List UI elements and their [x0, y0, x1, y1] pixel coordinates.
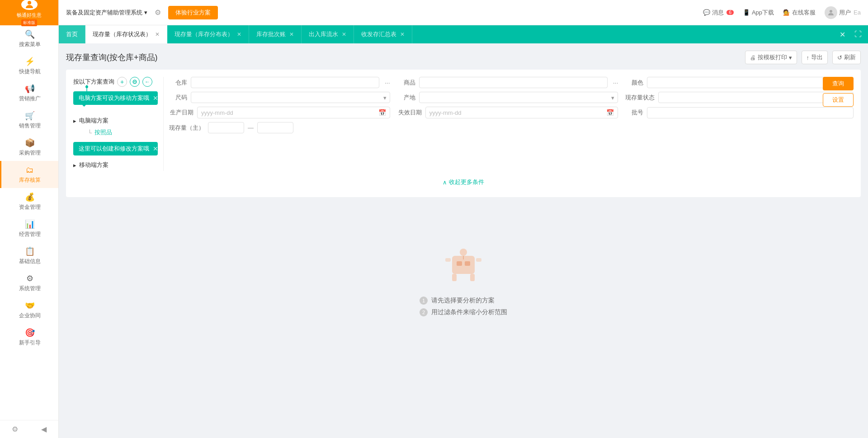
filter-cell-color: 颜色 ▾ — [625, 77, 854, 88]
refresh-button[interactable]: ↺ 刷新 — [832, 51, 861, 64]
system-icon: ⚙ — [26, 273, 33, 283]
expand-arrow-icon2: ▸ — [73, 162, 76, 169]
search-button[interactable]: 查询 — [823, 77, 854, 90]
calendar-icon: 📅 — [378, 109, 386, 116]
tab-fullscreen-icon[interactable]: ⛶ — [852, 29, 864, 39]
app-download-button[interactable]: 📱 App下载 — [743, 9, 774, 17]
scheme-item-mobile[interactable]: ▸ 移动端方案 — [73, 159, 158, 171]
collapse-sidebar-icon[interactable]: ◀ — [41, 425, 47, 433]
tab-label: 现存量（库存分布表） — [175, 30, 233, 38]
tab-batch-account[interactable]: 库存批次账 ✕ — [249, 25, 302, 43]
message-button[interactable]: 💬 消息 6 — [703, 9, 734, 17]
size-select[interactable] — [191, 92, 390, 103]
svg-rect-10 — [470, 274, 475, 281]
tab-home[interactable]: 首页 — [59, 25, 85, 43]
inventory-main-from[interactable] — [208, 122, 244, 133]
tab-close-icon[interactable]: ✕ — [400, 31, 405, 38]
warehouse-input[interactable] — [191, 77, 379, 88]
sidebar-label: 系统管理 — [19, 285, 41, 292]
expiry-date-picker[interactable]: yyyy-mm-dd 📅 — [425, 107, 618, 118]
online-service-button[interactable]: 💁 在线客服 — [783, 9, 816, 17]
edit-scheme-button[interactable] — [130, 77, 140, 87]
tab-close-icon[interactable]: ✕ — [289, 31, 294, 38]
tab-receive-summary[interactable]: 收发存汇总表 ✕ — [354, 25, 412, 43]
settings-icon[interactable]: ⚙ — [12, 425, 18, 433]
filter-row-4: 现存量（主） — — [169, 122, 854, 133]
sidebar-item-quick-nav[interactable]: ⚡ 快捷导航 — [0, 52, 58, 80]
sidebar-item-base-info[interactable]: 📋 基础信息 — [0, 242, 58, 269]
sidebar-item-guide[interactable]: 🎯 新手引导 — [0, 324, 58, 351]
collapse-icon: ∧ — [443, 179, 447, 186]
user-area[interactable]: 用户 Ea — [825, 6, 861, 19]
tab-inventory-status[interactable]: 现存量（库存状况表） ✕ — [85, 25, 167, 43]
filter-cell-batch: 批号 — [625, 107, 854, 118]
print-label: 按模板打印 — [758, 53, 787, 61]
system-title-select[interactable]: 装备及固定资产辅助管理系统 ▾ — [66, 9, 147, 17]
production-date-picker[interactable]: yyyy-mm-dd 📅 — [197, 107, 390, 118]
tab-label: 库存批次账 — [256, 30, 286, 38]
sidebar-item-search-menu[interactable]: 🔍 搜索菜单 — [0, 25, 58, 52]
quick-nav-icon: ⚡ — [25, 57, 35, 66]
tab-label: 出入库流水 — [309, 30, 338, 38]
production-date-label: 生产日期 — [169, 108, 193, 117]
sidebar-label: 营销推广 — [19, 95, 41, 103]
scheme-item-product[interactable]: └ 按照品 — [73, 127, 158, 138]
calendar-icon2: 📅 — [606, 109, 614, 116]
svg-point-5 — [85, 85, 88, 88]
scheme-tooltip-close[interactable]: ✕ — [153, 94, 158, 102]
tab-close-all-icon[interactable]: ✕ — [837, 29, 848, 40]
main-area: 装备及固定资产辅助管理系统 ▾ ⚙ 体验行业方案 💬 消息 6 📱 App下载 … — [59, 0, 868, 438]
sidebar-item-enterprise[interactable]: 🤝 企业协同 — [0, 297, 58, 324]
scheme-item-pc[interactable]: ▸ 电脑端方案 — [73, 115, 158, 127]
tab-inout-flow[interactable]: 出入库流水 ✕ — [302, 25, 354, 43]
edit-tooltip-close[interactable]: ✕ — [153, 145, 158, 152]
reset-button[interactable]: 设置 — [823, 93, 854, 107]
export-button[interactable]: ↑ 导出 — [802, 51, 828, 64]
sidebar-item-sales[interactable]: 🛒 销售管理 — [0, 107, 58, 134]
sidebar-item-marketing[interactable]: 📢 营销推广 — [0, 80, 58, 107]
inventory-main-to[interactable] — [257, 122, 293, 133]
message-badge: 6 — [726, 10, 734, 15]
print-icon: 🖨 — [750, 54, 756, 61]
tab-close-icon[interactable]: ✕ — [342, 31, 346, 38]
empty-tip-1: 1 请先选择要分析的方案 — [420, 297, 507, 305]
tip-text-2: 用过滤条件来缩小分析范围 — [431, 308, 507, 316]
product-dots-icon[interactable]: ··· — [613, 79, 618, 86]
tab-close-icon[interactable]: ✕ — [155, 31, 160, 38]
warehouse-dots-icon[interactable]: ··· — [385, 79, 390, 86]
filter-cell-production-date: 生产日期 yyyy-mm-dd 📅 — [169, 107, 397, 118]
origin-select[interactable] — [419, 92, 618, 103]
service-icon: 💁 — [783, 9, 790, 16]
sidebar-item-system[interactable]: ⚙ 系统管理 — [0, 269, 58, 297]
add-scheme-button[interactable]: + — [117, 77, 127, 87]
collapse-button[interactable]: ∧ 收起更多条件 — [443, 178, 484, 186]
filter-cell-origin: 产地 ▾ — [397, 92, 626, 103]
empty-tips: 1 请先选择要分析的方案 2 用过滤条件来缩小分析范围 — [420, 297, 507, 316]
page-header: 现存量查询(按仓库+商品) 🖨 按模板打印 ▾ ↑ 导出 ↺ 刷新 — [66, 51, 861, 64]
color-label: 颜色 — [625, 79, 643, 87]
system-title: 装备及固定资产辅助管理系统 — [66, 9, 142, 17]
sidebar-item-finance[interactable]: 💰 资金管理 — [0, 188, 58, 215]
sidebar-label: 库存核算 — [19, 176, 41, 184]
user-name: 用户 — [839, 9, 851, 17]
batch-input[interactable] — [647, 107, 854, 118]
tab-inventory-dist[interactable]: 现存量（库存分布表） ✕ — [167, 25, 249, 43]
sidebar-label: 基础信息 — [19, 258, 41, 265]
expand-arrow-icon: ▸ — [73, 118, 76, 124]
print-button[interactable]: 🖨 按模板打印 ▾ — [745, 51, 797, 64]
tab-label: 现存量（库存状况表） — [93, 30, 151, 38]
settings-button[interactable]: ⚙ — [153, 6, 163, 19]
sidebar-label: 采购管理 — [19, 149, 41, 157]
sidebar-item-inventory[interactable]: 🗂 库存核算 — [0, 161, 58, 188]
sidebar-item-purchase[interactable]: 📦 采购管理 — [0, 134, 58, 161]
plan-button[interactable]: 体验行业方案 — [168, 6, 218, 19]
topbar-right: 💬 消息 6 📱 App下载 💁 在线客服 用户 Ea — [703, 6, 861, 19]
sidebar-item-operations[interactable]: 📊 经营管理 — [0, 215, 58, 242]
svg-rect-12 — [476, 258, 481, 262]
tabbar: 首页 现存量（库存状况表） ✕ 现存量（库存分布表） ✕ 库存批次账 ✕ 出入库… — [59, 25, 868, 43]
sidebar-label: 企业协同 — [19, 312, 41, 320]
scheme-tooltip-container: 电脑方案可设为移动方案哦 ✕ — [73, 91, 158, 105]
product-input[interactable] — [419, 77, 608, 88]
tab-close-icon[interactable]: ✕ — [237, 31, 241, 38]
back-scheme-button[interactable]: ← — [142, 77, 152, 87]
